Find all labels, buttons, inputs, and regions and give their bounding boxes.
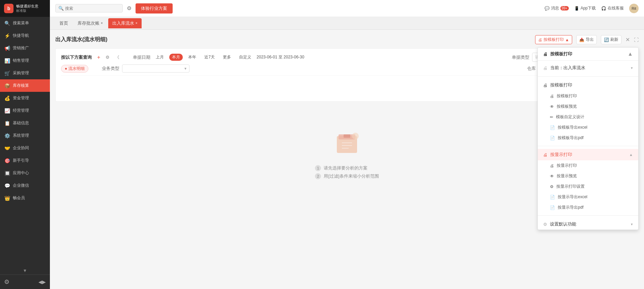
app-download-button[interactable]: 📱 App下载 — [574, 5, 596, 11]
sidebar-item-marketing[interactable]: 📢营销推广 — [0, 42, 50, 54]
tab-batch-account[interactable]: 库存批次账× — [74, 18, 107, 28]
template-design-item[interactable]: ✏ 模板自定义设计 — [538, 112, 638, 122]
print-icon: 🖨 — [538, 37, 542, 42]
sidebar-settings-icon[interactable]: ⚙ — [4, 278, 9, 286]
sidebar-item-label: 资金管理 — [13, 95, 29, 101]
page-close-button[interactable]: ✕ — [625, 36, 630, 43]
sidebar-footer: ⚙ ◀▶ — [0, 274, 50, 289]
date-opt-more[interactable]: 更多 — [220, 54, 234, 61]
template-pdf-icon: 📄 — [550, 136, 555, 140]
template-excel-item[interactable]: 📄 按模板导出excel — [538, 122, 638, 133]
template-print-item-icon: 🖨 — [550, 94, 554, 99]
guide-icon: 🎯 — [4, 158, 10, 163]
online-service-label: 在线客服 — [608, 5, 624, 11]
template-pdf-label: 按模板导出pdf — [558, 135, 584, 141]
sidebar-item-label: 搜索菜单 — [13, 20, 29, 26]
empty-step-2: 2 用[过滤]条件来缩小分析范围 — [315, 173, 379, 179]
template-print-icon: 🖨 — [543, 83, 548, 88]
app-download-label: App下载 — [581, 5, 596, 11]
date-opt-this-month[interactable]: 本月 — [169, 54, 183, 61]
export-button[interactable]: 📤 导出 — [576, 35, 597, 44]
default-chevron: ▾ — [631, 222, 633, 227]
template-print-header[interactable]: 🖨 按模板打印 — [538, 79, 638, 91]
display-print-icon: 🖨 — [543, 152, 548, 157]
date-opt-last-month[interactable]: 上月 — [153, 54, 167, 61]
page-expand-button[interactable]: ⛶ — [634, 37, 639, 43]
default-section: ⚙ 设置默认功能 ▾ — [538, 217, 638, 230]
current-icon: 🖨 — [543, 65, 548, 71]
tab-inout-flow[interactable]: 出入库流水× — [108, 18, 142, 28]
sidebar-item-inventory[interactable]: 📦库存核算 — [0, 79, 50, 92]
filter-settings-icon[interactable]: ⚙ — [106, 55, 110, 60]
sidebar-item-enterprise[interactable]: 🤝企业协同 — [0, 142, 50, 154]
sidebar-item-finance[interactable]: 💰资金管理 — [0, 92, 50, 104]
sidebar-item-system[interactable]: ⚙️系统管理 — [0, 129, 50, 142]
sidebar-item-operations[interactable]: 📈经营管理 — [0, 104, 50, 117]
sidebar-item-member[interactable]: 👑畅会员 — [0, 192, 50, 204]
sidebar-item-label: 系统管理 — [13, 133, 29, 138]
sidebar-item-purchase[interactable]: 🛒采购管理 — [0, 67, 50, 79]
sidebar-item-label: 营销推广 — [13, 45, 29, 51]
dropdown-close-button[interactable]: ▲ — [627, 51, 633, 57]
print-icon-header: 🖨 — [543, 52, 548, 57]
page-actions: 🖨 按模板打印 ▲ 📤 导出 🔄 刷新 ✕ ⛶ — [535, 35, 639, 44]
refresh-button[interactable]: 🔄 刷新 — [601, 35, 621, 44]
message-button[interactable]: 💬 消息 99+ — [545, 5, 569, 11]
filter-add-icon[interactable]: + — [97, 54, 100, 60]
sidebar-item-apps[interactable]: 🔲应用中心 — [0, 167, 50, 179]
sidebar-nav: 🔍搜索菜单⚡快捷导航📢营销推广📊销售管理🛒采购管理📦库存核算💰资金管理📈经营管理… — [0, 17, 50, 267]
sidebar-scroll-down[interactable]: ▼ — [0, 267, 50, 274]
template-preview-label: 按模板预览 — [557, 104, 577, 109]
display-print-section: 🖨 按显示打印 ▲ 🖨 按显示打印 👁 按显示预览 ⚙ 按显示打印设置 — [538, 148, 638, 214]
template-preview-item[interactable]: 👁 按模板预览 — [538, 101, 638, 112]
display-excel-item[interactable]: 📄 按显示导出excel — [538, 192, 638, 202]
default-section-header[interactable]: ⚙ 设置默认功能 ▾ — [538, 218, 638, 230]
display-pdf-icon: 📄 — [550, 205, 555, 210]
template-print-item[interactable]: 🖨 按模板打印 — [538, 91, 638, 101]
current-label: 当前：出入库流水 — [550, 65, 585, 71]
industry-solution-button[interactable]: 体验行业方案 — [136, 3, 173, 14]
sidebar-item-guide[interactable]: 🎯新手引导 — [0, 154, 50, 167]
topbar-gear-icon[interactable]: ⚙ — [127, 5, 131, 11]
tab-home[interactable]: 首页 — [55, 18, 72, 28]
business-type-select[interactable]: ▾ — [122, 64, 189, 73]
tab-close-inout-flow[interactable]: × — [136, 21, 138, 25]
empty-icon — [330, 126, 364, 160]
message-badge: 99+ — [560, 6, 569, 10]
sidebar-item-quick-nav[interactable]: ⚡快捷导航 — [0, 29, 50, 42]
tab-close-batch-account[interactable]: × — [101, 21, 103, 25]
sidebar-item-basic[interactable]: 📋基础信息 — [0, 117, 50, 129]
current-chevron: ▾ — [631, 66, 633, 70]
topbar-search[interactable]: 🔍 — [55, 4, 123, 12]
date-opt-custom[interactable]: 自定义 — [236, 54, 254, 61]
date-opt-last-7[interactable]: 近7天 — [202, 54, 217, 61]
filter-tag-flow[interactable]: ● 流水明细 — [61, 65, 88, 73]
template-pdf-item[interactable]: 📄 按模板导出pdf — [538, 133, 638, 143]
sidebar-item-sales[interactable]: 📊销售管理 — [0, 54, 50, 67]
date-label: 单据日期 — [133, 54, 150, 60]
display-print-item[interactable]: 🖨 按显示打印 — [538, 160, 638, 171]
sidebar-item-search[interactable]: 🔍搜索菜单 — [0, 17, 50, 29]
app-name: 畅捷通好生意 — [16, 4, 38, 8]
display-pdf-item[interactable]: 📄 按显示导出pdf — [538, 202, 638, 213]
current-section: 🖨 当前：出入库流水 ▾ — [538, 61, 638, 75]
online-service-button[interactable]: 🎧 在线客服 — [601, 5, 624, 11]
date-opt-this-year[interactable]: 本年 — [185, 54, 199, 61]
search-icon: 🔍 — [4, 21, 10, 26]
display-print-header[interactable]: 🖨 按显示打印 ▲ — [538, 149, 638, 160]
display-preview-item[interactable]: 👁 按显示预览 — [538, 171, 638, 181]
display-print-settings-item[interactable]: ⚙ 按显示打印设置 — [538, 181, 638, 192]
sales-icon: 📊 — [4, 58, 10, 63]
search-input[interactable] — [65, 6, 112, 11]
svg-point-6 — [352, 133, 359, 139]
display-print-item-icon: 🖨 — [550, 163, 554, 168]
filter-collapse-left-icon[interactable]: 《 — [115, 54, 119, 60]
current-section-header[interactable]: 🖨 当前：出入库流水 ▾ — [538, 62, 638, 74]
user-avatar[interactable]: Rit — [629, 4, 639, 13]
print-template-button[interactable]: 🖨 按模板打印 ▲ — [535, 35, 572, 44]
sidebar-item-label: 销售管理 — [13, 58, 29, 63]
page-content: 出入库流水(流水明细) 🖨 按模板打印 ▲ 📤 导出 🔄 刷新 ✕ ⛶ — [50, 30, 644, 289]
sidebar-item-wechat[interactable]: 💬企业微信 — [0, 179, 50, 192]
apps-icon: 🔲 — [4, 170, 10, 176]
sidebar-toggle-icon[interactable]: ◀▶ — [38, 279, 46, 285]
